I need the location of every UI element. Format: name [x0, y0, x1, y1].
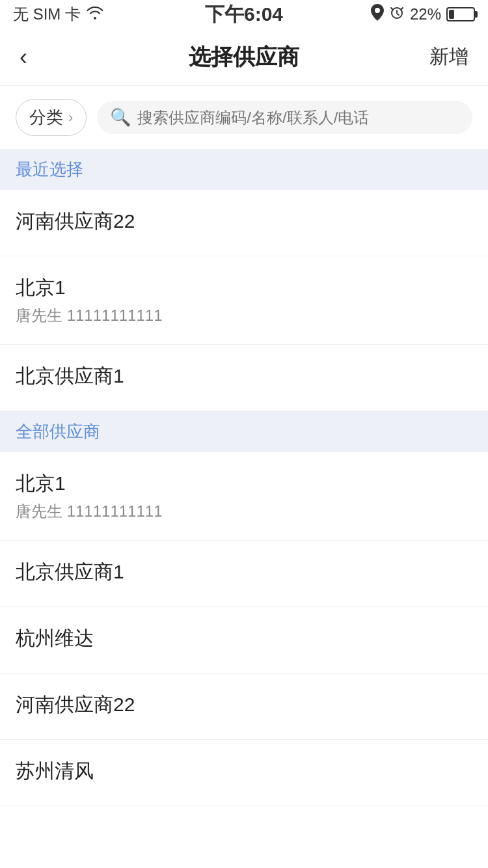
search-input[interactable] — [137, 109, 459, 127]
list-item[interactable]: 北京供应商1 — [0, 541, 488, 607]
carrier-label: 无 SIM 卡 — [13, 4, 81, 25]
battery-label: 22% — [410, 5, 441, 23]
battery-icon — [446, 7, 475, 21]
item-sub: 唐先生 11111111111 — [16, 501, 472, 522]
all-section-header: 全部供应商 — [0, 411, 488, 452]
filter-bar: 分类 › 🔍 — [0, 86, 488, 149]
item-name: 北京1 — [16, 470, 472, 497]
item-sub: 唐先生 11111111111 — [16, 305, 472, 326]
nav-bar: ‹ 选择供应商 新增 — [0, 29, 488, 86]
new-add-button[interactable]: 新增 — [429, 44, 468, 70]
list-item[interactable]: 河南供应商22 — [0, 190, 488, 256]
status-bar: 无 SIM 卡 下午6:04 22% — [0, 0, 488, 29]
list-item[interactable]: 苏州清风 — [0, 740, 488, 806]
list-item[interactable]: 北京1唐先生 11111111111 — [0, 256, 488, 345]
status-left: 无 SIM 卡 — [13, 4, 104, 25]
recent-items-list: 河南供应商22北京1唐先生 11111111111北京供应商1 — [0, 190, 488, 411]
list-item[interactable]: 北京供应商1 — [0, 345, 488, 411]
chevron-right-icon: › — [68, 109, 73, 126]
list-item[interactable]: 杭州维达 — [0, 607, 488, 673]
time-label: 下午6:04 — [205, 1, 283, 28]
page-title: 选择供应商 — [189, 42, 299, 72]
search-box: 🔍 — [97, 101, 472, 134]
recent-section-label: 最近选择 — [16, 159, 83, 179]
category-label: 分类 — [29, 106, 63, 129]
item-name: 河南供应商22 — [16, 692, 472, 718]
item-name: 河南供应商22 — [16, 208, 472, 235]
wifi-icon — [86, 5, 104, 23]
all-items-list: 北京1唐先生 11111111111北京供应商1杭州维达河南供应商22苏州清风 — [0, 452, 488, 806]
recent-section-header: 最近选择 — [0, 149, 488, 190]
alarm-icon — [389, 5, 405, 24]
back-button[interactable]: ‹ — [20, 44, 59, 71]
list-item[interactable]: 河南供应商22 — [0, 673, 488, 740]
item-name: 北京供应商1 — [16, 363, 472, 390]
all-section-label: 全部供应商 — [16, 422, 100, 441]
item-name: 北京供应商1 — [16, 559, 472, 586]
item-name: 北京1 — [16, 275, 472, 301]
search-icon: 🔍 — [110, 107, 131, 128]
item-name: 杭州维达 — [16, 625, 472, 652]
status-right: 22% — [371, 4, 475, 25]
category-filter-button[interactable]: 分类 › — [16, 99, 87, 136]
location-icon — [371, 4, 384, 25]
list-item[interactable]: 北京1唐先生 11111111111 — [0, 452, 488, 541]
item-name: 苏州清风 — [16, 758, 472, 785]
